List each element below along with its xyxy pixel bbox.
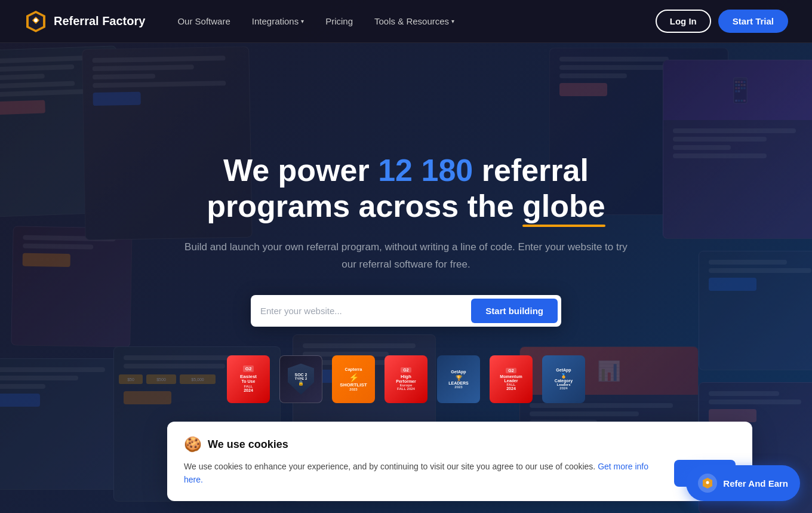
hero-number: 12 180	[378, 153, 473, 188]
refer-earn-button[interactable]: Refer And Earn	[686, 465, 800, 501]
cookie-icon: 🍪	[184, 436, 202, 453]
bg-card-right-2	[699, 251, 812, 370]
bg-card-left-3	[0, 358, 125, 490]
badge-capterra: Capterra ⚡ SHORTLIST 2023	[332, 355, 375, 403]
website-input[interactable]	[260, 306, 471, 316]
cookie-header: 🍪 We use cookies	[184, 436, 736, 453]
hero-content: We power 12 180 referral programs across…	[167, 153, 645, 355]
hero-subtitle: Build and launch your own referral progr…	[179, 239, 633, 274]
badge-getapp: GetApp 🏆 LEADERS 2023	[437, 355, 480, 403]
bg-card-left-2	[11, 226, 132, 347]
logo[interactable]: Referral Factory	[24, 10, 145, 33]
hero-title: We power 12 180 referral programs across…	[179, 153, 633, 225]
navbar-right: Log In Start Trial	[656, 10, 788, 33]
badge-soc2: SOC 2 TYPE 2 🔒	[279, 355, 322, 403]
integrations-chevron-icon: ▾	[301, 18, 304, 24]
start-trial-button[interactable]: Start Trial	[718, 10, 788, 33]
badge-g2-performer: G2 High Performer Europe FALL 2024	[385, 355, 427, 403]
hero-input-row: Start building	[251, 295, 561, 327]
badge-momentum: G2 Momentum Leader FALL 2024	[490, 355, 533, 403]
bg-card-right-1: 📱	[663, 60, 812, 239]
navbar: Referral Factory Our Software Integratio…	[0, 0, 812, 43]
navbar-left: Referral Factory Our Software Integratio…	[24, 10, 463, 33]
badge-getapp2: GetApp 🏅 Category Leaders 2024	[542, 355, 585, 403]
refer-earn-label: Refer And Earn	[723, 478, 788, 489]
cookie-body: We use cookies to enhance your experienc…	[184, 460, 736, 487]
tools-chevron-icon: ▾	[451, 18, 454, 24]
badges-row: G2 Easiest To Use FALL 2024 SOC 2 TYPE 2…	[227, 355, 585, 403]
cookie-text: We use cookies to enhance your experienc…	[184, 460, 662, 487]
nav-our-software[interactable]: Our Software	[169, 11, 238, 31]
hero-globe: globe	[522, 189, 605, 225]
svg-point-2	[34, 19, 38, 22]
start-building-button[interactable]: Start building	[471, 299, 558, 323]
cookie-title: We use cookies	[208, 438, 288, 451]
login-button[interactable]: Log In	[656, 10, 711, 33]
nav-pricing[interactable]: Pricing	[317, 11, 361, 31]
nav-integrations[interactable]: Integrations ▾	[244, 11, 312, 31]
svg-point-4	[706, 481, 709, 484]
nav-tools-resources[interactable]: Tools & Resources ▾	[366, 11, 463, 31]
nav-links: Our Software Integrations ▾ Pricing Tool…	[169, 11, 463, 31]
refer-earn-icon	[698, 474, 717, 493]
cookie-banner: 🍪 We use cookies We use cookies to enhan…	[167, 422, 752, 501]
badge-g2-easiest: G2 Easiest To Use FALL 2024	[227, 355, 270, 403]
logo-text: Referral Factory	[54, 14, 145, 28]
logo-icon	[24, 10, 48, 33]
